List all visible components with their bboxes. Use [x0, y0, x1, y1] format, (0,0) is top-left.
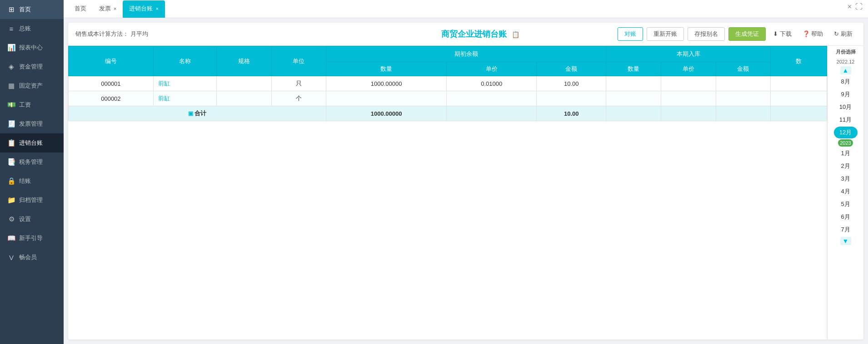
sidebar-item-label: 工资 — [19, 101, 31, 109]
current-year-label: 2022.12 — [837, 59, 855, 64]
cost-method-value: 月平均 — [130, 30, 148, 37]
window-close-button[interactable]: × — [848, 3, 852, 11]
month-item-2023-1[interactable]: 1月 — [834, 147, 858, 159]
month-item-2023-5[interactable]: 5月 — [834, 198, 858, 210]
tab-home[interactable]: 首页 — [68, 0, 93, 18]
month-item-12[interactable]: 12月 — [834, 127, 858, 138]
month-item-9[interactable]: 9月 — [834, 88, 858, 100]
tab-home-label: 首页 — [75, 5, 86, 13]
cost-method: 销售成本计算方法： 月平均 — [75, 30, 343, 38]
salary-icon: 💵 — [7, 101, 15, 109]
cell-spec — [216, 76, 271, 91]
month-item-11[interactable]: 11月 — [834, 114, 858, 126]
sidebar-item-salary[interactable]: 💵 工资 — [0, 95, 64, 114]
total-opening-amount: 10.00 — [537, 106, 606, 121]
cell-opening-qty: 1000.00000 — [326, 76, 447, 91]
sidebar-item-funds[interactable]: ◈ 资金管理 — [0, 57, 64, 76]
sidebar-item-reports[interactable]: 📊 报表中心 — [0, 38, 64, 57]
cell-in-amount — [716, 76, 771, 91]
sidebar-item-label: 报表中心 — [19, 44, 43, 52]
page-title-icon: 📋 — [512, 31, 519, 38]
sidebar-item-assets[interactable]: ▦ 固定资产 — [0, 76, 64, 95]
tax-icon: 📑 — [7, 158, 15, 166]
cell-opening-qty — [326, 91, 447, 106]
home-icon: ⊞ — [7, 5, 15, 14]
month-item-2023-7[interactable]: 7月 — [834, 224, 858, 236]
cell-unit: 个 — [271, 91, 326, 106]
month-item-2023-6[interactable]: 6月 — [834, 211, 858, 223]
tab-invoice-close[interactable]: × — [114, 6, 116, 11]
window-maximize-button[interactable]: ⛶ — [855, 3, 863, 11]
help-button[interactable]: ❓ 帮助 — [799, 28, 827, 40]
col-header-unit: 单位 — [271, 46, 326, 76]
cell-in-price — [661, 76, 716, 91]
window-controls: × ⛶ — [848, 3, 863, 11]
month-item-2023-2[interactable]: 2月 — [834, 160, 858, 172]
month-item-2023-3[interactable]: 3月 — [834, 173, 858, 185]
sidebar-item-home[interactable]: ⊞ 首页 — [0, 0, 64, 19]
col-header-code: 编号 — [69, 46, 154, 76]
table-row: 000001 前缸 只 1000.00000 0.01000 10.00 — [69, 76, 827, 91]
sidebar-item-settings[interactable]: ⚙ 设置 — [0, 210, 64, 229]
reconcile-button[interactable]: 对账 — [618, 27, 643, 41]
toolbar-actions: 对账 重新开账 存报别名 生成凭证 ⬇ 下载 ❓ 帮助 ↻ 刷新 — [618, 27, 856, 41]
sidebar-item-label: 总账 — [19, 25, 31, 33]
toolbar: 销售成本计算方法： 月平均 商贸企业进销台账 📋 对账 重新开账 存报别名 生成… — [68, 23, 863, 46]
cell-in-qty — [606, 76, 661, 91]
cell-in-qty — [606, 91, 661, 106]
refresh-button[interactable]: ↻ 刷新 — [830, 28, 856, 40]
guide-icon: 📖 — [7, 234, 15, 242]
tab-invoice-label: 发票 — [99, 5, 111, 13]
cost-method-label: 销售成本计算方法： — [75, 30, 129, 37]
sidebar-item-invoice-mgr[interactable]: 🧾 发票管理 — [0, 114, 64, 133]
month-scroll-down[interactable]: ▼ — [840, 237, 851, 245]
generate-voucher-button[interactable]: 生成凭证 — [728, 27, 766, 41]
cell-opening-price — [447, 91, 537, 106]
cell-code: 000001 — [69, 76, 154, 91]
total-label-cell: ▣ 合计 — [69, 106, 326, 121]
main-wrapper: × ⛶ 首页 发票 × 进销台账 × 销售成本计算方法： 月平均 — [64, 0, 868, 344]
sidebar-item-label: 归档管理 — [19, 196, 43, 204]
tab-purchase-sales-label: 进销台账 — [129, 5, 153, 13]
total-opening-qty: 1000.00000 — [326, 106, 447, 121]
page-title-text: 商贸企业进销台账 — [441, 29, 507, 39]
sidebar-item-label: 进销台账 — [19, 139, 43, 147]
month-item-2023-4[interactable]: 4月 — [834, 186, 858, 197]
save-alias-button[interactable]: 存报别名 — [688, 27, 725, 41]
cell-extra — [771, 91, 827, 106]
funds-icon: ◈ — [7, 63, 15, 71]
month-scroll-up[interactable]: ▲ — [840, 66, 851, 74]
close-account-icon: 🔒 — [7, 177, 15, 185]
col-sub-opening-price: 单价 — [447, 62, 537, 76]
cell-spec — [216, 91, 271, 106]
assets-icon: ▦ — [7, 82, 15, 90]
col-header-inbound: 本期入库 — [606, 46, 771, 62]
invoice-mgr-icon: 🧾 — [7, 120, 15, 128]
month-item-8[interactable]: 8月 — [834, 76, 858, 88]
sidebar-item-label: 资金管理 — [19, 63, 43, 71]
ledger-icon: ≡ — [7, 25, 15, 33]
refresh-icon: ↻ — [834, 30, 841, 37]
sidebar-item-tax[interactable]: 📑 税务管理 — [0, 152, 64, 172]
sidebar-item-guide[interactable]: 📖 新手引导 — [0, 229, 64, 248]
sidebar-item-ledger[interactable]: ≡ 总账 — [0, 19, 64, 38]
tab-purchase-sales[interactable]: 进销台账 × — [123, 0, 165, 18]
month-item-10[interactable]: 10月 — [834, 101, 858, 113]
sidebar-item-label: 固定资产 — [19, 82, 43, 90]
sidebar-item-close-account[interactable]: 🔒 结账 — [0, 172, 64, 191]
data-table: 编号 名称 规格 单位 期初余额 本期入库 数 数量 单价 — [68, 46, 827, 121]
sidebar-item-label: 畅会员 — [19, 253, 37, 261]
download-button[interactable]: ⬇ 下载 — [769, 28, 795, 40]
total-in-amount — [716, 106, 771, 121]
main: 首页 发票 × 进销台账 × 销售成本计算方法： 月平均 商贸企业进销台账 — [64, 0, 868, 344]
col-sub-opening-amount: 金额 — [537, 62, 606, 76]
tab-purchase-sales-close[interactable]: × — [155, 6, 158, 11]
reopen-button[interactable]: 重新开账 — [647, 27, 684, 41]
table-container: 编号 名称 规格 单位 期初余额 本期入库 数 数量 单价 — [68, 46, 827, 339]
tab-invoice[interactable]: 发票 × — [93, 0, 123, 18]
sidebar-item-archive[interactable]: 📁 归档管理 — [0, 191, 64, 210]
month-panel-title: 月份选择 — [836, 49, 856, 55]
year-2023-tag: 2023 — [838, 139, 853, 147]
sidebar-item-purchase-sales[interactable]: 📋 进销台账 — [0, 133, 64, 152]
sidebar-item-vip[interactable]: V 畅会员 — [0, 248, 64, 267]
